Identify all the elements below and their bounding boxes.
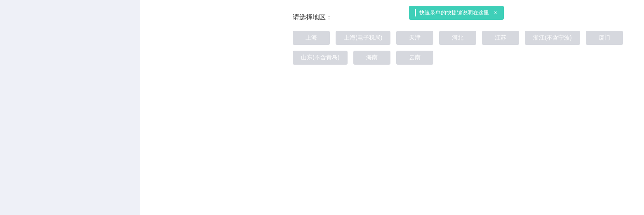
region-btn-hainan[interactable]: 海南 <box>353 51 390 65</box>
tooltip-text: 快速录单的快捷键说明在这里 <box>419 9 489 16</box>
page-section: 请选择地区： 上海上海(电子税局)天津河北江苏浙江(不含宁波)厦门 山东(不含青… <box>293 13 644 70</box>
tooltip-banner: 快速录单的快捷键说明在这里 × <box>409 6 504 20</box>
region-row-1: 上海上海(电子税局)天津河北江苏浙江(不含宁波)厦门 <box>293 31 644 45</box>
region-btn-shanghai-etax[interactable]: 上海(电子税局) <box>336 31 390 45</box>
region-btn-zhejiang[interactable]: 浙江(不含宁波) <box>525 31 580 45</box>
region-row-2: 山东(不含青岛)海南云南 <box>293 51 644 65</box>
tooltip-bar <box>415 9 416 16</box>
main-content: 快速录单的快捷键说明在这里 × 请选择地区： 上海上海(电子税局)天津河北江苏浙… <box>140 0 644 215</box>
tooltip-close-button[interactable]: × <box>493 10 498 16</box>
region-btn-shandong[interactable]: 山东(不含青岛) <box>293 51 348 65</box>
region-btn-hebei[interactable]: 河北 <box>439 31 476 45</box>
sidebar <box>0 0 140 215</box>
region-btn-yunnan[interactable]: 云南 <box>396 51 433 65</box>
region-btn-shanghai[interactable]: 上海 <box>293 31 330 45</box>
region-btn-xiamen[interactable]: 厦门 <box>586 31 623 45</box>
region-btn-tianjin[interactable]: 天津 <box>396 31 433 45</box>
region-btn-jiangsu[interactable]: 江苏 <box>482 31 519 45</box>
